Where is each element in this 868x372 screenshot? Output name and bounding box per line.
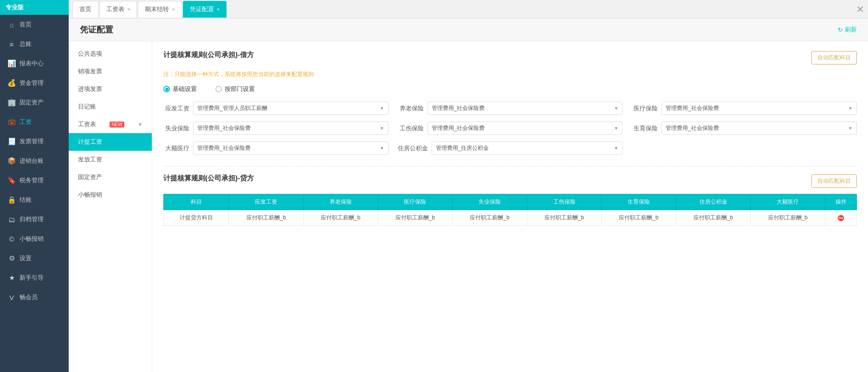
tab-home-label: 首页: [79, 5, 91, 13]
nav-item-fixed-assets[interactable]: 固定资产: [69, 168, 152, 186]
sidebar-item-ledger[interactable]: ≡ 总账: [0, 34, 69, 54]
radio-department[interactable]: 按部门设置: [215, 85, 255, 93]
nav-item-sales-invoice[interactable]: 销项发票: [69, 63, 152, 80]
credit-table: 科目 应发工资 养老保险 医疗保险 失业保险 工伤保险 生育保险 住房公积金 大…: [163, 194, 857, 226]
nav-item-purchase-invoice[interactable]: 进项发票: [69, 80, 152, 98]
select-medical[interactable]: 管理费用_社会保险费 ▼: [661, 102, 857, 115]
nav-item-payroll-table[interactable]: 工资表 NEW ▼: [69, 115, 152, 133]
td-action[interactable]: ⛔: [825, 210, 857, 226]
settings-icon: ⚙: [7, 254, 16, 263]
main-area: 首页 工资表 × 期末结转 × 凭证配置 × ✕ 凭证配置 ↻ 刷新 公共: [69, 0, 868, 372]
nav-item-distribute-salary[interactable]: 发放工资: [69, 151, 152, 168]
section-divider: [163, 166, 857, 167]
sidebar-item-settings[interactable]: ⚙ 设置: [0, 249, 69, 268]
sidebar-item-label: 畅会员: [19, 293, 38, 301]
sidebar-item-label: 总账: [19, 40, 32, 48]
tab-period-close[interactable]: 期末结转 ×: [138, 1, 181, 18]
window-close-button[interactable]: ✕: [856, 4, 864, 15]
nav-item-public[interactable]: 公共选项: [69, 45, 152, 63]
funds-icon: 💰: [7, 79, 16, 87]
td-unemployment: 应付职工薪酬_b: [453, 210, 527, 226]
select-medical-value: 管理费用_社会保险费: [666, 104, 719, 112]
tab-payroll-label: 工资表: [106, 5, 124, 13]
tab-payroll[interactable]: 工资表 ×: [99, 1, 137, 18]
select-salary-value: 管理费用_管理人员职工薪酬: [197, 104, 267, 112]
nav-item-expense[interactable]: 小畅报销: [69, 186, 152, 204]
invoice-icon: 🧾: [7, 137, 16, 146]
debit-auto-match-button[interactable]: 自动匹配科目: [811, 51, 857, 64]
sidebar-item-home[interactable]: ⌂ 首页: [0, 15, 69, 34]
chevron-down-icon: ▼: [380, 106, 384, 111]
td-maternity: 应付职工薪酬_b: [602, 210, 676, 226]
th-subject: 科目: [164, 194, 229, 210]
sidebar-item-invoice[interactable]: 🧾 发票管理: [0, 132, 69, 151]
label-housing: 住房公积金: [398, 144, 428, 153]
sidebar-item-assets[interactable]: 🏢 固定资产: [0, 93, 69, 112]
sidebar-item-reports[interactable]: 📊 报表中心: [0, 54, 69, 73]
sidebar-item-label: 工资: [19, 118, 32, 126]
select-large-medical-value: 管理费用_社会保险费: [197, 144, 251, 152]
debit-form-grid: 应发工资 管理费用_管理人员职工薪酬 ▼ 养老保险 管理费用_社会保险费 ▼: [163, 102, 857, 155]
td-housing: 应付职工薪酬_b: [676, 210, 751, 226]
tab-period-close-close[interactable]: ×: [172, 6, 175, 12]
tab-voucher-config-close[interactable]: ×: [217, 6, 220, 12]
tab-voucher-config[interactable]: 凭证配置 ×: [183, 1, 227, 18]
sidebar-item-tax[interactable]: 🔖 税务管理: [0, 171, 69, 190]
assets-icon: 🏢: [7, 98, 16, 107]
page-header: 凭证配置 ↻ 刷新: [69, 19, 868, 41]
sidebar-item-member[interactable]: V 畅会员: [0, 288, 69, 307]
delete-icon[interactable]: ⛔: [837, 215, 844, 221]
home-icon: ⌂: [7, 21, 16, 29]
debit-section-note: 注：只能选择一种方式，系统将按照您当前的选择来配置规则: [163, 71, 857, 78]
refresh-button[interactable]: ↻ 刷新: [838, 26, 857, 34]
td-subject: 计提贷方科目: [164, 210, 229, 226]
salary-icon: 💼: [7, 118, 16, 126]
debit-form-row-maternity: 生育保险 管理费用_社会保险费 ▼: [632, 122, 857, 135]
select-salary[interactable]: 管理费用_管理人员职工薪酬 ▼: [193, 102, 389, 115]
sidebar-item-funds[interactable]: 💰 资金管理: [0, 73, 69, 93]
radio-basic-label: 基础设置: [173, 85, 197, 93]
sidebar-item-label: 首页: [19, 20, 32, 29]
chevron-down-icon: ▼: [614, 146, 618, 151]
td-injury: 应付职工薪酬_b: [527, 210, 602, 226]
tab-voucher-config-label: 凭证配置: [190, 5, 214, 13]
credit-auto-match-button[interactable]: 自动匹配科目: [811, 174, 857, 188]
credit-section: 计提核算规则(公司承担)-贷方 自动匹配科目 科目 应发工资 养老保险 医疗保险…: [163, 174, 857, 226]
label-injury: 工伤保险: [398, 124, 424, 133]
tabs-bar: 首页 工资表 × 期末结转 × 凭证配置 × ✕: [69, 0, 868, 19]
tab-home[interactable]: 首页: [72, 1, 98, 18]
nav-item-calc-salary[interactable]: 计提工资: [69, 133, 152, 151]
label-large-medical: 大额医疗: [163, 144, 189, 153]
credit-section-header: 计提核算规则(公司承担)-贷方 自动匹配科目: [163, 174, 857, 188]
select-pension-value: 管理费用_社会保险费: [432, 104, 485, 112]
label-unemployment: 失业保险: [163, 124, 189, 133]
main-content: 计提核算规则(公司承担)-借方 自动匹配科目 注：只能选择一种方式，系统将按照您…: [152, 41, 868, 372]
sidebar-item-xiaochang[interactable]: © 小畅报销: [0, 229, 69, 249]
select-housing[interactable]: 管理费用_住房公积金 ▼: [432, 141, 623, 155]
sidebar-item-inventory[interactable]: 📦 进销台账: [0, 151, 69, 171]
debit-form-row-housing: 住房公积金 管理费用_住房公积金 ▼: [398, 141, 623, 155]
th-maternity: 生育保险: [602, 194, 676, 210]
select-large-medical[interactable]: 管理费用_社会保险费 ▼: [193, 141, 389, 155]
refresh-icon: ↻: [838, 26, 843, 33]
select-unemployment-value: 管理费用_社会保险费: [197, 124, 251, 132]
xiaochang-icon: ©: [7, 235, 16, 243]
sidebar-item-archive[interactable]: 🗂 归档管理: [0, 210, 69, 229]
select-injury-value: 管理费用_社会保险费: [432, 124, 485, 132]
sidebar-item-label: 报表中心: [19, 59, 44, 68]
sidebar-item-guide[interactable]: ★ 新手引导: [0, 268, 69, 288]
sidebar-item-salary[interactable]: 💼 工资: [0, 112, 69, 132]
td-salary: 应付职工薪酬_b: [229, 210, 304, 226]
select-injury[interactable]: 管理费用_社会保险费 ▼: [428, 122, 623, 135]
tab-payroll-close[interactable]: ×: [127, 6, 130, 12]
nav-item-journal[interactable]: 日记账: [69, 98, 152, 115]
radio-basic[interactable]: 基础设置: [163, 85, 197, 93]
select-pension[interactable]: 管理费用_社会保险费 ▼: [428, 102, 623, 115]
debit-radio-group: 基础设置 按部门设置: [163, 85, 857, 93]
chevron-down-icon: ▼: [614, 106, 618, 111]
radio-department-label: 按部门设置: [225, 85, 255, 93]
select-maternity[interactable]: 管理费用_社会保险费 ▼: [661, 122, 857, 135]
sidebar-item-close[interactable]: 🔒 结账: [0, 190, 69, 210]
page-title: 凭证配置: [80, 24, 113, 35]
select-unemployment[interactable]: 管理费用_社会保险费 ▼: [193, 122, 389, 135]
